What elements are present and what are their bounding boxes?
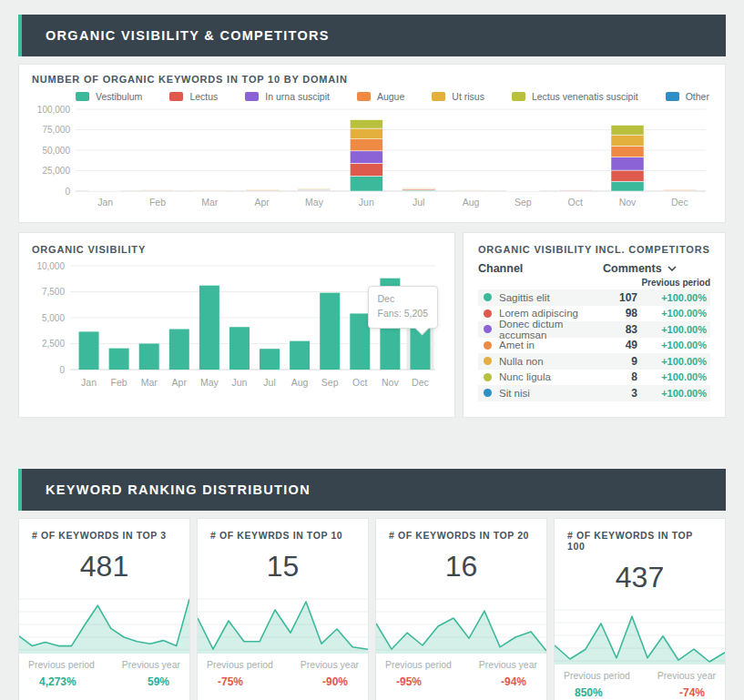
comments-value: 9: [606, 355, 637, 368]
section-header-organic-visibility: ORGANIC VISIBILITY & COMPETITORS: [18, 15, 726, 56]
kpi-footer-values: 850%-74%: [555, 681, 725, 699]
comments-value: 3: [606, 387, 637, 400]
previous-year-label: Previous year: [657, 670, 716, 681]
channel-name: Donec dictum accumsan: [499, 319, 606, 340]
bar: [199, 286, 219, 370]
previous-period-change: +100.00%: [637, 324, 707, 335]
kpi-card-title: # OF KEYWORDS IN TOP 100: [555, 530, 725, 552]
x-axis-month-label: Apr: [172, 377, 188, 388]
bar: [350, 313, 370, 370]
x-axis-month-label: Feb: [149, 197, 166, 208]
seo-dashboard: ORGANIC VISIBILITY & COMPETITORS NUMBER …: [0, 0, 744, 700]
bar-segment: [350, 120, 382, 128]
previous-period-label: Previous period: [385, 659, 452, 670]
x-axis-month-label: Sep: [321, 377, 339, 388]
previous-year-value: -90%: [322, 675, 348, 688]
sparkline-chart: [376, 595, 546, 655]
channel-color-dot-icon: [484, 341, 492, 350]
legend-label: Other: [686, 91, 709, 102]
x-axis-month-label: Mar: [141, 377, 158, 388]
table-body: Sagittis elit107+100.00%Lorem adipiscing…: [478, 289, 710, 401]
kpi-cards-row: # OF KEYWORDS IN TOP 3481Previous period…: [18, 518, 726, 700]
kpi-footer-labels: Previous periodPrevious year: [555, 666, 725, 681]
table-header: Channel Comments: [478, 262, 710, 275]
bar-segment: [611, 181, 644, 191]
legend-swatch-icon: [512, 92, 525, 101]
x-axis-month-label: Nov: [382, 377, 399, 388]
channel-name: Nulla non: [499, 356, 606, 367]
table-row: Nulla non9+100.00%: [478, 353, 710, 370]
x-axis-month-label: Dec: [412, 377, 429, 388]
y-axis-tick-label: 100,000: [37, 105, 71, 115]
bar-segment: [611, 170, 644, 181]
kpi-card-title: # OF KEYWORDS IN TOP 3: [19, 530, 189, 541]
bar-segment: [350, 139, 382, 151]
table-row: Donec dictum accumsan83+100.00%: [478, 321, 710, 338]
previous-period-label: Previous period: [207, 659, 273, 670]
channel-column-header: Channel: [478, 262, 603, 275]
legend-item: In urna suscipit: [245, 91, 330, 102]
sparkline-chart: [19, 595, 189, 655]
bar-segment: [350, 151, 382, 164]
kpi-footer-values: 4,273%59%: [19, 670, 189, 688]
channel-name: Sit nisi: [499, 388, 606, 399]
chart-title: ORGANIC VISIBILITY: [32, 244, 442, 255]
section-title: ORGANIC VISIBILITY & COMPETITORS: [46, 28, 330, 43]
y-axis-tick-label: 7,500: [42, 287, 65, 297]
previous-period-value: -95%: [396, 675, 422, 688]
y-axis-tick-label: 0: [65, 187, 70, 197]
bar: [79, 331, 99, 370]
table-row: Amet in49+100.00%: [478, 338, 710, 354]
charts-row: ORGANIC VISIBILITY 02,5005,0007,50010,00…: [18, 232, 726, 418]
table-row: Sagittis elit107+100.00%: [478, 289, 710, 306]
bar-segment: [350, 128, 382, 139]
bar: [320, 293, 340, 370]
previous-period-value: 850%: [575, 686, 603, 699]
legend-swatch-icon: [666, 92, 679, 101]
legend-swatch-icon: [169, 92, 183, 101]
kpi-value: 16: [376, 550, 546, 583]
legend-swatch-icon: [432, 92, 445, 101]
channel-color-dot-icon: [484, 293, 492, 301]
chevron-down-icon: [668, 266, 677, 271]
legend-swatch-icon: [76, 92, 89, 101]
channel-color-dot-icon: [484, 357, 492, 365]
comments-value: 107: [606, 291, 637, 304]
panel-organic-keywords-by-domain: NUMBER OF ORGANIC KEYWORDS IN TOP 10 BY …: [18, 64, 726, 223]
kpi-value: 437: [555, 561, 725, 593]
table-row: Nunc ligula8+100.00%: [478, 370, 710, 386]
kpi-footer-labels: Previous periodPrevious year: [376, 655, 546, 670]
section-header-keyword-ranking: KEYWORD RANKING DISTRIBUTION: [18, 469, 726, 511]
bar: [290, 341, 310, 370]
chart-title: NUMBER OF ORGANIC KEYWORDS IN TOP 10 BY …: [32, 74, 712, 85]
comments-value: 98: [606, 307, 637, 320]
previous-period-change: +100.00%: [637, 356, 707, 367]
x-axis-month-label: Oct: [567, 197, 582, 208]
legend-label: Lectus venenatis suscipit: [532, 91, 638, 102]
y-axis-tick-label: 0: [59, 365, 65, 375]
sparkline-chart: [198, 595, 368, 655]
y-axis-tick-label: 10,000: [36, 261, 65, 271]
previous-year-value: -94%: [501, 675, 526, 688]
bar-segment: [611, 146, 644, 157]
bar-segment: [611, 125, 644, 135]
x-axis-month-label: Feb: [111, 377, 127, 388]
bar: [260, 349, 280, 370]
previous-period-label: Previous period: [564, 670, 630, 681]
previous-year-label: Previous year: [301, 659, 359, 670]
bar-segment: [611, 157, 644, 170]
previous-period-column-header: Previous period: [478, 278, 710, 288]
legend-swatch-icon: [245, 92, 259, 101]
previous-year-label: Previous year: [122, 659, 180, 670]
legend-item: Other: [666, 91, 709, 102]
x-axis-month-label: Jul: [413, 197, 424, 208]
channel-name: Sagittis elit: [499, 292, 606, 303]
tooltip-value-line: Fans: 5,205: [378, 307, 428, 321]
previous-period-value: 4,273%: [39, 675, 76, 688]
x-axis-month-label: Nov: [619, 197, 637, 208]
kpi-card: # OF KEYWORDS IN TOP 3481Previous period…: [18, 518, 190, 700]
bar-segment: [611, 135, 644, 146]
comments-sort-header[interactable]: Comments: [603, 262, 710, 275]
x-axis-month-label: Aug: [291, 377, 309, 388]
x-axis-month-label: Jan: [81, 377, 97, 388]
